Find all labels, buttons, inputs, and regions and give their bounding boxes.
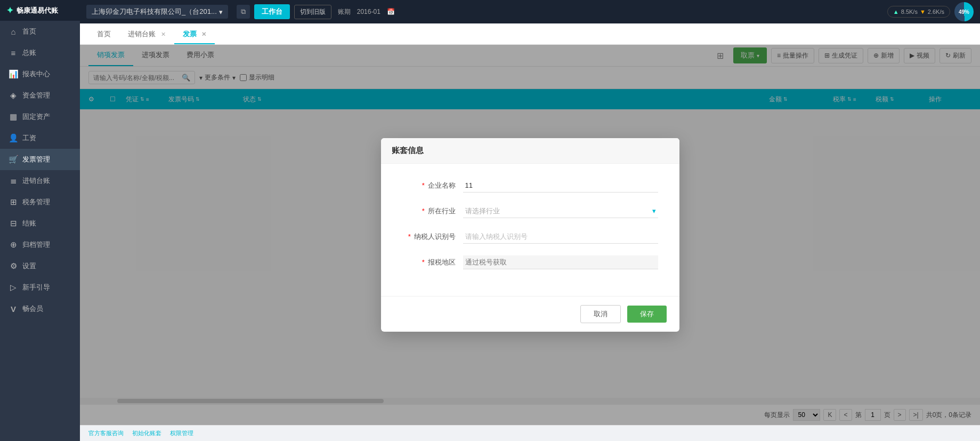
modal-box: 账套信息 * 企业名称 [381,138,679,332]
sidebar-item-label: 畅会员 [22,304,43,314]
sidebar-item-guide[interactable]: ▷ 新手引导 [0,277,80,298]
main-area: 上海卯金刀电子科技有限公司_（台201... ▾ ⧉ 工作台 切到旧版 账期 2… [80,0,980,441]
modal-title: 账套信息 [392,146,424,155]
sidebar-item-payroll[interactable]: 👤 工资 [0,127,80,149]
tab-invoice-label: 发票 [183,30,197,38]
company-name-input[interactable] [463,179,658,193]
speed-indicator: ▲ 8.5K/s ▼ 2.6K/s [887,6,950,18]
logo-text: 畅康通易代账 [17,6,58,15]
sidebar-logo: ✦ 畅康通易代账 [0,0,80,21]
sidebar-item-home[interactable]: ⌂ 首页 [0,21,80,42]
save-button[interactable]: 保存 [627,306,667,323]
sidebar-item-closing[interactable]: ⊟ 结账 [0,213,80,234]
bottom-link2[interactable]: 初始化账套 [132,429,161,437]
sidebar-item-label: 设置 [22,261,36,271]
tax-region-label: * 报税地区 [402,258,456,267]
required-star: * [422,258,425,266]
tab-bar: 首页 进销台账 ✕ 发票 ✕ [80,23,980,45]
sidebar-item-label: 工资 [22,133,36,143]
calendar-icon[interactable]: 📅 [387,8,395,15]
speed-up-value: 8.5K/s [901,9,918,15]
content-area: 销项发票 进项发票 费用小票 ⊞ 取票 ▾ ≡ 批 [80,45,980,425]
fixed-assets-icon: ▦ [9,112,18,122]
closing-icon: ⊟ [9,219,18,228]
sidebar-item-label: 进销台账 [22,176,50,186]
bottom-link1[interactable]: 官方客服咨询 [88,429,124,437]
industry-select[interactable]: 请选择行业 [465,207,650,215]
tab-home[interactable]: 首页 [88,25,119,44]
modal-header: 账套信息 [381,138,679,164]
sidebar-item-label: 报表中心 [22,69,50,79]
progress-circle: 49% [954,2,974,21]
period-label: 账期 [338,7,351,17]
progress-pct: 49% [959,9,969,15]
invoice-mgmt-icon: 🛒 [9,155,18,164]
reports-icon: 📊 [9,69,18,79]
topbar: 上海卯金刀电子科技有限公司_（台201... ▾ ⧉ 工作台 切到旧版 账期 2… [80,0,980,23]
sidebar-item-ledger[interactable]: ≡ 总账 [0,42,80,63]
sidebar-item-sales-ledger[interactable]: ≣ 进销台账 [0,170,80,191]
modal-body: * 企业名称 * 所在行业 [381,164,679,296]
tax-id-input[interactable] [463,230,658,244]
sidebar-item-funds[interactable]: ◈ 资金管理 [0,85,80,106]
tab-invoice-close[interactable]: ✕ [201,31,206,37]
archive-icon: ⊕ [9,240,18,250]
sidebar-item-label: 固定资产 [22,112,50,122]
industry-select-wrapper[interactable]: 请选择行业 ▾ [463,204,658,218]
sidebar-item-invoice-mgmt[interactable]: 🛒 发票管理 [0,149,80,170]
vip-icon: V [9,304,18,314]
workbench-button[interactable]: 工作台 [254,4,290,19]
ledger-icon: ≡ [9,49,18,58]
tab-sales-ledger-close[interactable]: ✕ [161,31,166,37]
company-selector[interactable]: 上海卯金刀电子科技有限公司_（台201... ▾ [86,5,228,19]
form-row-industry: * 所在行业 请选择行业 ▾ [402,204,658,218]
sidebar: ✦ 畅康通易代账 ⌂ 首页 ≡ 总账 📊 报表中心 ◈ 资金管理 ▦ [0,0,80,441]
copy-button[interactable]: ⧉ [237,5,250,19]
speed-up-icon: ▲ [893,9,899,15]
sidebar-item-settings[interactable]: ⚙ 设置 [0,255,80,277]
modal-overlay: 账套信息 * 企业名称 [80,45,980,425]
sales-ledger-icon: ≣ [9,176,18,186]
guide-icon: ▷ [9,283,18,292]
sidebar-item-label: 资金管理 [22,91,50,100]
sidebar-item-label: 新手引导 [22,283,50,292]
settings-icon: ⚙ [9,261,18,271]
tab-home-label: 首页 [97,30,111,38]
bottom-link3[interactable]: 权限管理 [170,429,193,437]
form-row-company-name: * 企业名称 [402,179,658,193]
topbar-icons: ⧉ [237,5,250,19]
required-star: * [422,181,425,189]
tax-id-label: * 纳税人识别号 [402,232,456,242]
tax-region-input [463,255,658,269]
required-star: * [408,232,411,240]
speed-down-value: 2.6K/s [928,9,944,15]
sidebar-item-fixed-assets[interactable]: ▦ 固定资产 [0,106,80,127]
form-row-tax-id: * 纳税人识别号 [402,230,658,244]
industry-label: * 所在行业 [402,206,456,216]
tab-sales-ledger[interactable]: 进销台账 ✕ [119,25,174,44]
logo-icon: ✦ [6,5,13,15]
required-star: * [422,207,425,215]
sidebar-item-vip[interactable]: V 畅会员 [0,298,80,319]
sidebar-item-reports[interactable]: 📊 报表中心 [0,63,80,85]
sidebar-item-tax-mgmt[interactable]: ⊞ 税务管理 [0,191,80,213]
cancel-button[interactable]: 取消 [580,305,621,323]
company-name-label: * 企业名称 [402,181,456,190]
company-name: 上海卯金刀电子科技有限公司_（台201... [92,7,217,17]
company-dropdown-arrow: ▾ [219,8,223,16]
tab-invoice[interactable]: 发票 ✕ [174,25,215,44]
old-version-button[interactable]: 切到旧版 [294,5,331,19]
form-row-tax-region: * 报税地区 [402,255,658,269]
industry-chevron-icon: ▾ [652,207,656,215]
sidebar-item-label: 发票管理 [22,155,50,164]
tab-sales-ledger-label: 进销台账 [128,30,156,38]
sidebar-item-archive[interactable]: ⊕ 归档管理 [0,234,80,255]
speed-down-icon: ▼ [920,9,926,15]
sidebar-item-label: 归档管理 [22,240,50,250]
period-value: 2016-01 [357,8,380,15]
sidebar-item-label: 税务管理 [22,197,50,207]
topbar-right: ▲ 8.5K/s ▼ 2.6K/s 49% [887,2,974,21]
home-icon: ⌂ [9,27,18,36]
sidebar-item-label: 首页 [22,27,36,36]
bottom-bar: 官方客服咨询 初始化账套 权限管理 [80,425,980,441]
